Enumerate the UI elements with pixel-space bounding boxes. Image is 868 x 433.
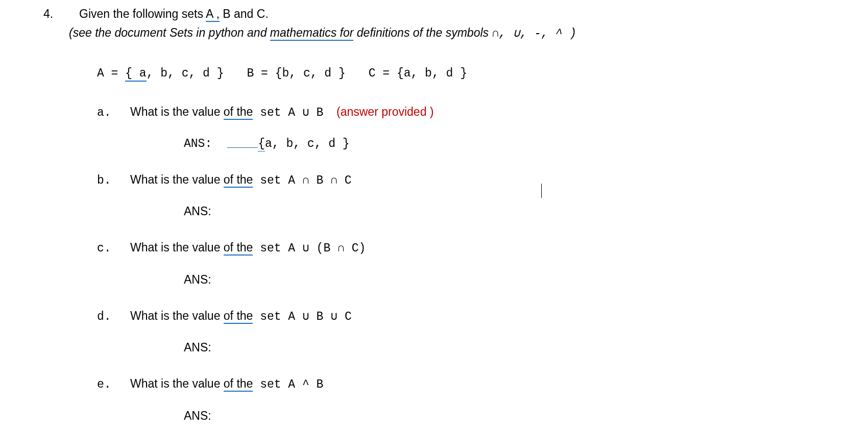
q-prefix: What is the value [130,309,224,322]
proof-underline-for: for [336,26,353,41]
proof-underline-mathematics: mathematics [270,26,336,41]
q-expression: set A ∩ B ∩ C [253,174,351,187]
proof-underline-of-the: of the [224,173,253,188]
sub-label: d. [97,310,130,323]
intro-line-2: (see the document Sets in python and mat… [69,24,868,43]
proof-underline-set-a-open: { a [125,67,146,82]
proof-underline-a: A , [206,7,220,22]
sub-question-text: What is the value of the set A ∪ (B ∩ C) [130,239,366,258]
sub-question-text: What is the value of the set A ∪ B ∪ C [130,307,352,326]
question-number: 4. [43,7,79,21]
set-a: A = { a, b, c, d } [97,67,224,80]
answer-row-e: ANS: [184,409,868,423]
answer-blank-underline [227,147,258,148]
answer-row-d: ANS: [184,341,868,354]
proof-underline-of-the: of the [224,309,253,324]
ans-rest: a, b, c, d } [265,137,350,150]
sub-question-text: What is the value of the set A ^ B [130,375,323,394]
set-definitions: A = { a, b, c, d } B = {b, c, d } C = {a… [97,67,868,80]
set-a-rest: , b, c, d } [147,67,224,80]
intro-line-1: Given the following sets A , B and C. [79,5,269,23]
proof-underline-ans-open: { [258,137,265,151]
sub-a: a. What is the value of the set A ∪ B (a… [97,103,868,122]
proof-underline-of-the: of the [224,105,253,120]
sub-d: d. What is the value of the set A ∪ B ∪ … [97,307,868,326]
proof-underline-of-the: of the [224,377,253,392]
intro-text: B and C. [220,7,269,20]
text-cursor-icon [541,184,542,198]
document-page: 4. Given the following sets A , B and C.… [0,0,868,433]
ans-label: ANS: [184,341,211,354]
answer-row-a: ANS: {a, b, c, d } [184,137,868,150]
q-prefix: What is the value [130,377,224,390]
q-expression: set A ∪ B [253,106,323,119]
sub-question-text: What is the value of the set A ∪ B (answ… [130,103,433,122]
answer-provided-note: (answer provided ) [336,105,433,118]
q-expression: set A ∪ (B ∩ C) [253,242,366,255]
set-b: B = {b, c, d } [247,67,345,80]
q-prefix: What is the value [130,241,224,254]
q-expression: set A ∪ B ∪ C [253,310,351,323]
sub-label: b. [97,174,130,187]
proof-underline-of-the: of the [224,241,253,256]
sub-question-text: What is the value of the set A ∩ B ∩ C [130,171,352,190]
sub-b: b. What is the value of the set A ∩ B ∩ … [97,171,868,190]
q-prefix: What is the value [130,105,224,118]
q-prefix: What is the value [130,173,224,186]
question-header: 4. Given the following sets A , B and C. [43,5,868,23]
sub-questions: a. What is the value of the set A ∪ B (a… [97,103,868,433]
answer-row-c: ANS: [184,273,868,287]
sub-label: c. [97,242,130,255]
sub-label: e. [97,378,130,391]
intro-text: definitions of the symbols [353,26,492,39]
answer-value: {a, b, c, d } [258,137,349,150]
intro-text: (see the document Sets in python and [69,26,270,39]
ans-label: ANS: [184,137,212,150]
q-expression: set A ^ B [253,378,323,391]
ans-label: ANS: [184,273,211,287]
sub-c: c. What is the value of the set A ∪ (B ∩… [97,239,868,258]
intro-text: Given the following sets [79,7,206,20]
set-a-label: A = [97,67,125,80]
ans-label: ANS: [184,205,211,218]
ans-label: ANS: [184,409,211,423]
sub-e: e. What is the value of the set A ^ B [97,375,868,394]
sub-label: a. [97,106,130,119]
answer-row-b: ANS: [184,205,868,218]
set-c: C = {a, b, d } [369,67,467,80]
symbol-list: ∩, ∪, -, ^ ) [492,27,576,40]
